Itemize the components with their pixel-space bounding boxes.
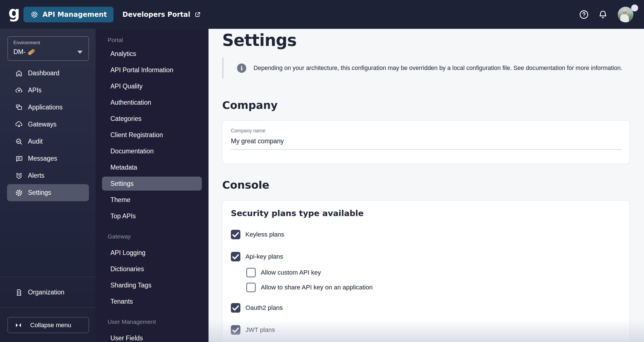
subsidebar-item-theme[interactable]: Theme	[96, 192, 209, 208]
gravitee-logo-icon: g	[8, 7, 21, 18]
sidebar-item-organization[interactable]: Organization	[0, 277, 96, 308]
sidebar-item-dashboard[interactable]: Dashboard	[7, 65, 89, 82]
presence-badge	[631, 4, 638, 11]
api-management-button[interactable]: API Management	[23, 7, 113, 22]
security-plans-title: Security plans type available	[231, 209, 621, 218]
app-window: g API Management Developers Portal	[0, 0, 644, 342]
help-icon[interactable]	[579, 9, 589, 20]
info-icon: i	[237, 64, 246, 73]
developers-portal-label: Developers Portal	[122, 11, 190, 18]
developers-portal-link[interactable]: Developers Portal	[122, 11, 202, 18]
user-menu	[618, 7, 633, 22]
plan-label: Api-key plans	[245, 253, 283, 260]
console-section-title: Console	[222, 179, 644, 191]
sidebar-menu: Dashboard APIs Applications Gateways Aud…	[0, 65, 96, 201]
subsidebar-item-documentation[interactable]: Documentation	[96, 143, 209, 159]
plan-label: Allow to share API key on an application	[261, 284, 373, 291]
checkbox-jwt-plans[interactable]	[231, 325, 240, 335]
plan-row-jwt-plans: JWT plans	[231, 325, 621, 335]
sidebar-item-applications[interactable]: Applications	[7, 99, 89, 116]
security-plans-list: Keyless plansApi-key plansAllow custom A…	[231, 230, 621, 335]
company-name-input[interactable]: My great company	[231, 137, 622, 150]
sidebar-item-alerts[interactable]: Alerts	[7, 167, 89, 184]
plan-label: Allow custom API key	[261, 269, 321, 276]
subsidebar-item-api-quality[interactable]: API Quality	[96, 78, 209, 94]
collapse-menu-button[interactable]: Collapse menu	[8, 317, 89, 333]
notifications-icon[interactable]	[598, 9, 608, 20]
divider	[0, 308, 96, 308]
subsidebar-section-title-user-management: User Management	[96, 314, 209, 330]
sidebar-footer: Organization Collapse menu	[0, 277, 96, 342]
subsidebar-item-top-apis[interactable]: Top APIs	[96, 208, 209, 224]
sidebar-item-messages[interactable]: Messages	[7, 150, 89, 167]
environment-selector[interactable]: Environment DM-	[8, 36, 89, 61]
search-check-icon	[15, 137, 23, 146]
external-link-icon	[194, 11, 202, 18]
plan-row-allow-custom-api-key: Allow custom API key	[246, 268, 621, 277]
plan-label: JWT plans	[245, 326, 275, 334]
environment-label: Environment	[13, 40, 83, 46]
primary-sidebar: Environment DM- Dashboard APIs Applicati	[0, 29, 96, 342]
company-name-label: Company name	[231, 128, 621, 134]
plan-row-allow-to-share-api-key-on-an-application: Allow to share API key on an application	[246, 283, 621, 292]
alarm-clock-icon	[15, 172, 23, 180]
settings-page: Settings i Depending on your architectur…	[209, 29, 644, 342]
company-card: Company name My great company	[222, 120, 630, 164]
subsidebar-item-dictionaries[interactable]: Dictionaries	[96, 261, 209, 277]
chat-bubble-icon	[15, 154, 23, 163]
topbar: g API Management Developers Portal	[0, 0, 644, 29]
chevron-down-icon	[77, 51, 82, 54]
checkbox-api-key-plans[interactable]	[231, 252, 240, 261]
subsidebar-item-api-portal-information[interactable]: API Portal Information	[96, 62, 209, 78]
plan-label: Keyless plans	[245, 231, 284, 238]
subsidebar-item-categories[interactable]: Categories	[96, 111, 209, 127]
plan-label: Oauth2 plans	[245, 304, 283, 311]
checkbox-keyless-plans[interactable]	[231, 230, 240, 239]
cloud-download-icon	[15, 120, 23, 129]
home-icon	[15, 69, 23, 78]
building-card-icon	[15, 288, 23, 297]
plan-row-oauth2-plans: Oauth2 plans	[231, 303, 621, 313]
plan-row-api-key-plans: Api-key plans	[231, 252, 621, 261]
subsidebar-item-analytics[interactable]: Analytics	[96, 46, 209, 62]
subsidebar-item-sharding-tags[interactable]: Sharding Tags	[96, 277, 209, 293]
sidebar-item-gateways[interactable]: Gateways	[7, 116, 89, 133]
subsidebar-item-client-registration[interactable]: Client Registration	[96, 127, 209, 143]
checkbox-allow-to-share-api-key-on-an-application[interactable]	[246, 283, 256, 292]
copy-windows-icon	[15, 103, 23, 112]
sidebar-item-settings[interactable]: Settings	[7, 184, 89, 201]
cloud-upload-icon	[15, 86, 23, 95]
triangles-inward-icon	[15, 322, 23, 328]
console-card: Security plans type available Keyless pl…	[222, 200, 630, 342]
plan-row-keyless-plans: Keyless plans	[231, 230, 621, 239]
sidebar-item-apis[interactable]: APIs	[7, 82, 89, 99]
info-banner: i Depending on your architecture, this c…	[222, 57, 644, 79]
subsidebar-item-settings[interactable]: Settings	[102, 177, 202, 191]
environment-value: DM-	[13, 48, 83, 56]
subsidebar-item-metadata[interactable]: Metadata	[96, 159, 209, 175]
subsidebar-section-title-gateway: Gateway	[96, 228, 209, 245]
topbar-actions	[579, 7, 644, 22]
sidebar-item-audit[interactable]: Audit	[7, 133, 89, 150]
checkbox-allow-custom-api-key[interactable]	[246, 268, 256, 277]
body-row: Environment DM- Dashboard APIs Applicati	[0, 29, 644, 342]
info-banner-text: Depending on your architecture, this con…	[254, 65, 622, 72]
secondary-sidebar: PortalAnalyticsAPI Portal InformationAPI…	[96, 29, 209, 342]
subsidebar-item-authentication[interactable]: Authentication	[96, 94, 209, 111]
baguette-emoji	[28, 48, 36, 55]
checkbox-oauth2-plans[interactable]	[231, 303, 240, 313]
subsidebar-item-user-fields[interactable]: User Fields	[96, 330, 209, 342]
company-section-title: Company	[222, 99, 644, 111]
gear-icon	[15, 189, 23, 197]
page-title: Settings	[222, 32, 644, 49]
api-management-label: API Management	[42, 11, 107, 18]
subsidebar-section-title-portal: Portal	[96, 29, 209, 46]
subsidebar-item-tenants[interactable]: Tenants	[96, 293, 209, 310]
subsidebar-item-api-logging[interactable]: API Logging	[96, 245, 209, 261]
gear-icon	[30, 10, 39, 19]
